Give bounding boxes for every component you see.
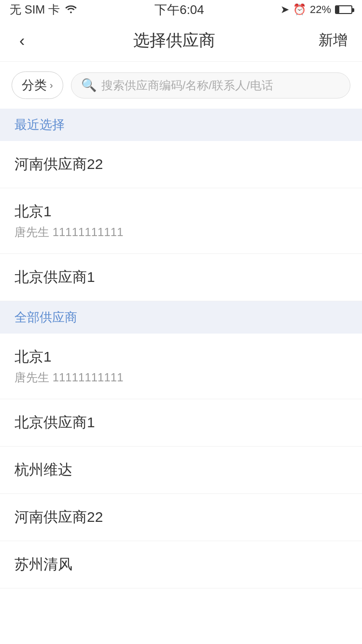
item-name: 苏州清风 (14, 555, 348, 574)
back-button[interactable]: ‹ (14, 26, 29, 55)
battery-icon (335, 5, 352, 14)
list-item[interactable]: 北京供应商1 (0, 399, 362, 447)
chevron-right-icon: › (50, 80, 53, 91)
battery-level: 22% (310, 3, 331, 16)
list-item[interactable]: 河南供应商22 (0, 141, 362, 188)
item-sub: 唐先生 11111111111 (14, 370, 348, 385)
all-items-list: 北京1 唐先生 11111111111 北京供应商1 杭州维达 河南供应商22 … (0, 334, 362, 588)
search-box[interactable]: 🔍 搜索供应商编码/名称/联系人/电话 (71, 72, 350, 98)
status-right: ➤ ⏰ 22% (280, 3, 352, 16)
status-bar: 无 SIM 卡 下午6:04 ➤ ⏰ 22% (0, 0, 362, 19)
list-item[interactable]: 北京供应商1 (0, 254, 362, 301)
nav-bar: ‹ 选择供应商 新增 (0, 19, 362, 62)
item-name: 北京供应商1 (14, 413, 348, 433)
filter-bar: 分类 › 🔍 搜索供应商编码/名称/联系人/电话 (0, 62, 362, 109)
location-icon: ➤ (280, 3, 289, 16)
item-name: 杭州维达 (14, 460, 348, 480)
status-time: 下午6:04 (154, 1, 204, 18)
list-item[interactable]: 杭州维达 (0, 447, 362, 494)
list-item[interactable]: 河南供应商22 (0, 494, 362, 541)
item-name: 北京1 (14, 347, 348, 367)
wifi-icon (64, 3, 78, 16)
alarm-icon: ⏰ (293, 3, 306, 16)
page-title: 选择供应商 (133, 29, 215, 52)
list-item[interactable]: 北京1 唐先生 11111111111 (0, 188, 362, 254)
list-item[interactable]: 苏州清风 (0, 541, 362, 588)
search-placeholder: 搜索供应商编码/名称/联系人/电话 (101, 78, 273, 93)
sim-status: 无 SIM 卡 (10, 2, 60, 17)
new-action-button[interactable]: 新增 (319, 30, 348, 50)
recent-items-list: 河南供应商22 北京1 唐先生 11111111111 北京供应商1 (0, 141, 362, 301)
all-section-header: 全部供应商 (0, 301, 362, 334)
status-left: 无 SIM 卡 (10, 2, 78, 17)
item-sub: 唐先生 11111111111 (14, 224, 348, 240)
item-name: 河南供应商22 (14, 507, 348, 527)
item-name: 北京供应商1 (14, 267, 348, 287)
search-icon: 🔍 (81, 78, 97, 93)
recent-section-header: 最近选择 (0, 109, 362, 141)
item-name: 北京1 (14, 202, 348, 222)
category-label: 分类 (22, 77, 47, 94)
item-name: 河南供应商22 (14, 154, 348, 174)
list-item[interactable]: 北京1 唐先生 11111111111 (0, 334, 362, 399)
category-button[interactable]: 分类 › (12, 71, 63, 99)
